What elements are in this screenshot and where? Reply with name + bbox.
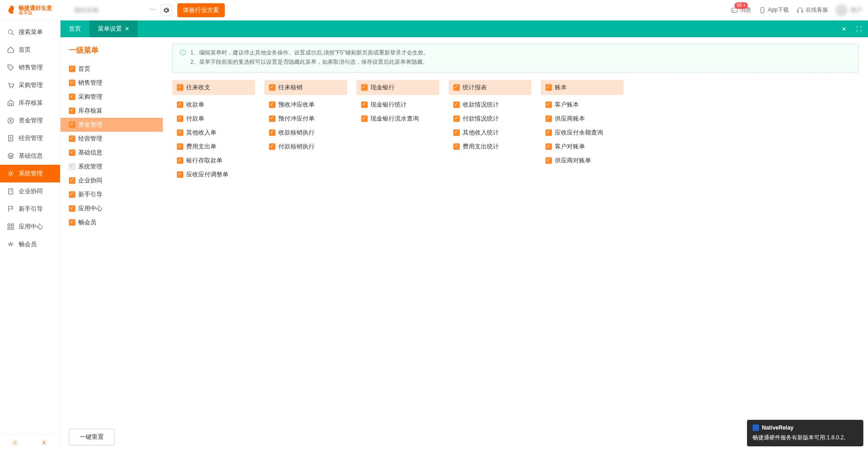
checkbox[interactable] xyxy=(545,115,552,122)
checkbox[interactable] xyxy=(545,143,552,150)
menu-item-8[interactable]: 企业协同 xyxy=(61,174,163,188)
footer-collapse-icon[interactable] xyxy=(41,439,49,446)
group-item[interactable]: 预付冲应付单 xyxy=(264,112,347,126)
checkbox[interactable] xyxy=(177,115,183,122)
nav-item-1[interactable]: 首页 xyxy=(0,41,60,59)
reset-button[interactable]: 一键重置 xyxy=(69,429,114,445)
online-service-button[interactable]: 在线客服 xyxy=(796,6,828,14)
messages-button[interactable]: 99 + 消息 xyxy=(731,6,751,14)
checkbox[interactable] xyxy=(177,101,183,108)
menu-item-0[interactable]: 首页 xyxy=(61,62,163,76)
menu-item-3[interactable]: 库存核算 xyxy=(61,104,163,118)
footer-settings-icon[interactable] xyxy=(11,439,19,446)
group-item[interactable]: 客户账本 xyxy=(541,98,624,112)
group-item[interactable]: 付款单 xyxy=(172,112,255,126)
nav-item-9[interactable]: 企业协同 xyxy=(0,182,60,200)
nav-item-10[interactable]: 新手引导 xyxy=(0,200,60,218)
chevron-down-icon[interactable]: ﹀ xyxy=(150,6,156,14)
checkbox[interactable] xyxy=(453,129,460,136)
group-header[interactable]: 往来收支 xyxy=(172,80,255,95)
group-item[interactable]: 收款核销执行 xyxy=(264,126,347,140)
checkbox[interactable] xyxy=(69,135,75,142)
checkbox[interactable] xyxy=(69,94,75,100)
checkbox[interactable] xyxy=(69,219,75,226)
checkbox[interactable] xyxy=(69,108,75,114)
nav-item-4[interactable]: 库存核算 xyxy=(0,94,60,112)
checkbox[interactable] xyxy=(69,121,75,128)
checkbox[interactable] xyxy=(361,101,368,108)
checkbox[interactable] xyxy=(453,84,460,91)
group-item[interactable]: 收款情况统计 xyxy=(449,98,532,112)
nav-item-2[interactable]: 销售管理 xyxy=(0,59,60,76)
checkbox[interactable] xyxy=(453,115,460,122)
menu-item-4[interactable]: 资金管理 xyxy=(61,118,163,132)
group-header[interactable]: 现金银行 xyxy=(357,80,439,95)
nav-item-0[interactable]: 搜索菜单 xyxy=(0,23,60,41)
menu-item-9[interactable]: 新手引导 xyxy=(61,188,163,202)
group-item[interactable]: 现金银行流水查询 xyxy=(357,112,439,126)
group-item[interactable]: 费用支出单 xyxy=(172,140,255,154)
checkbox[interactable] xyxy=(177,84,183,91)
update-toast[interactable]: NativeRelay 畅捷通硬件服务有新版本可用:1.8.0.2, xyxy=(747,420,863,446)
group-item[interactable]: 收款单 xyxy=(172,98,255,112)
checkbox[interactable] xyxy=(69,191,75,198)
checkbox[interactable] xyxy=(269,143,276,150)
org-selector[interactable]: 组织名称 xyxy=(70,4,103,16)
checkbox[interactable] xyxy=(69,163,75,170)
group-item[interactable]: 供应商账本 xyxy=(541,112,624,126)
checkbox[interactable] xyxy=(69,149,75,156)
group-item[interactable]: 其他收入单 xyxy=(172,126,255,140)
menu-item-1[interactable]: 销售管理 xyxy=(61,76,163,90)
close-icon[interactable]: ✕ xyxy=(125,26,129,32)
checkbox[interactable] xyxy=(177,129,183,136)
checkbox[interactable] xyxy=(269,84,276,91)
checkbox[interactable] xyxy=(69,177,75,184)
group-header[interactable]: 往来核销 xyxy=(264,80,347,95)
nav-item-8[interactable]: 系统管理 xyxy=(0,165,60,182)
group-item[interactable]: 银行存取款单 xyxy=(172,154,255,168)
menu-item-5[interactable]: 经营管理 xyxy=(61,132,163,146)
menu-item-10[interactable]: 应用中心 xyxy=(61,202,163,215)
tab-close-icon[interactable]: ✕ xyxy=(838,26,849,33)
group-item[interactable]: 现金银行统计 xyxy=(357,98,439,112)
settings-gear-icon[interactable] xyxy=(161,5,172,16)
checkbox[interactable] xyxy=(269,115,276,122)
group-item[interactable]: 费用支出统计 xyxy=(449,140,532,154)
nav-item-3[interactable]: 采购管理 xyxy=(0,76,60,94)
user-menu[interactable]: 用户 xyxy=(835,4,862,16)
group-header[interactable]: 统计报表 xyxy=(449,80,532,95)
checkbox[interactable] xyxy=(545,157,552,164)
nav-item-6[interactable]: 经营管理 xyxy=(0,129,60,147)
group-item[interactable]: 客户对账单 xyxy=(541,140,624,154)
checkbox[interactable] xyxy=(177,157,183,164)
checkbox[interactable] xyxy=(269,101,276,108)
tab-0[interactable]: 首页 xyxy=(61,20,89,37)
nav-item-11[interactable]: 应用中心 xyxy=(0,218,60,236)
checkbox[interactable] xyxy=(453,101,460,108)
app-download-button[interactable]: App下载 xyxy=(759,6,789,14)
group-item[interactable]: 预收冲应收单 xyxy=(264,98,347,112)
nav-item-12[interactable]: 畅会员 xyxy=(0,236,60,253)
checkbox[interactable] xyxy=(69,80,75,86)
group-item[interactable]: 应收应付余额查询 xyxy=(541,126,624,140)
checkbox[interactable] xyxy=(177,171,183,178)
nav-item-5[interactable]: 资金管理 xyxy=(0,112,60,129)
logo[interactable]: 畅捷通好生意 臻享版 xyxy=(6,5,61,16)
group-item[interactable]: 付款核销执行 xyxy=(264,140,347,154)
menu-item-2[interactable]: 采购管理 xyxy=(61,90,163,104)
checkbox[interactable] xyxy=(545,84,552,91)
checkbox[interactable] xyxy=(269,129,276,136)
checkbox[interactable] xyxy=(545,101,552,108)
checkbox[interactable] xyxy=(177,143,183,150)
checkbox[interactable] xyxy=(361,115,368,122)
tab-1[interactable]: 菜单设置✕ xyxy=(89,20,138,37)
checkbox[interactable] xyxy=(453,143,460,150)
menu-item-7[interactable]: 系统管理 xyxy=(61,160,163,174)
nav-item-7[interactable]: 基础信息 xyxy=(0,147,60,165)
fullscreen-icon[interactable]: ⛶ xyxy=(853,26,864,33)
group-item[interactable]: 应收应付调整单 xyxy=(172,168,255,182)
menu-item-6[interactable]: 基础信息 xyxy=(61,146,163,160)
group-header[interactable]: 账本 xyxy=(541,80,624,95)
menu-item-11[interactable]: 畅会员 xyxy=(61,215,163,229)
checkbox[interactable] xyxy=(545,129,552,136)
